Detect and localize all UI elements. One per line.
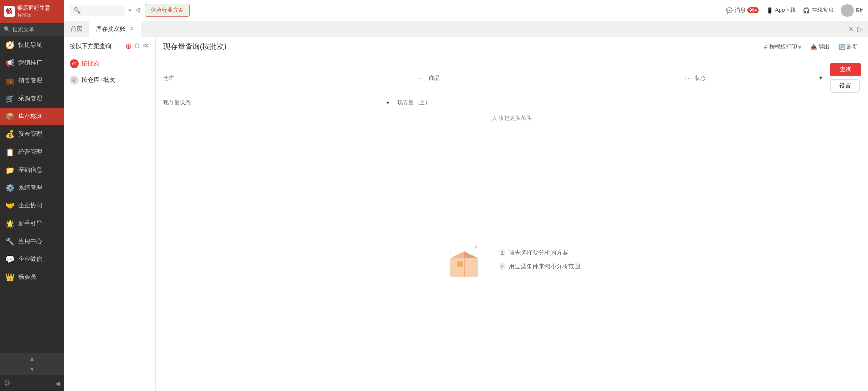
tab-area-expand-icon[interactable]: ▷ (857, 25, 863, 33)
left-panel: 按以下方案查询 ⊕ ⊙ ≪ ⊙ 按批次 ⊙ 按仓库+批次 (64, 37, 156, 391)
sidebar-scroll-down[interactable]: ▼ (0, 364, 64, 375)
empty-hint-2: 用过滤条件来缩小分析范围 (509, 261, 580, 272)
nav-label-appstore: 应用中心 (18, 237, 42, 245)
filter-area: 仓库 ··· 商品 ··· 状态 (156, 57, 868, 130)
messages-btn[interactable]: 💬 消息 99+ (726, 6, 759, 14)
inventory-qty-min[interactable] (433, 98, 470, 108)
export-btn[interactable]: 📤 导出 (808, 42, 832, 52)
tab-close-area: ✕ ▷ (842, 25, 868, 33)
page-header: 现存量查询(按批次) 🖨 按模板打印 ▾ 📤 导出 🔄 刷新 (156, 37, 868, 57)
inventory-status-select[interactable]: ▾ (193, 98, 392, 108)
left-panel-title: 按以下方案查询 (70, 42, 111, 50)
left-panel-actions: ⊕ ⊙ ≪ (126, 42, 150, 50)
right-content: 现存量查询(按批次) 🖨 按模板打印 ▾ 📤 导出 🔄 刷新 (156, 37, 868, 391)
app-download-btn[interactable]: 📱 App下载 (766, 6, 796, 14)
sidebar-footer: ⚙ ◀ (0, 375, 64, 391)
online-service-btn[interactable]: 🎧 在线客服 (803, 6, 834, 14)
warehouse-input[interactable] (177, 73, 416, 83)
tab-home-label: 首页 (71, 25, 82, 32)
warehouse-filter: 仓库 ··· (163, 73, 423, 83)
sidebar-item-basic[interactable]: 📁 基础信息 (0, 161, 64, 179)
topbar-settings-icon[interactable]: ⚙ (135, 6, 141, 15)
plan-settings-icon[interactable]: ⊙ (134, 42, 140, 50)
step-1-num: 1 (499, 249, 506, 256)
empty-hint-1: 请先选择要分析的方案 (509, 247, 568, 259)
collapse-panel-icon[interactable]: ≪ (143, 42, 150, 50)
product-input[interactable] (443, 73, 681, 83)
refresh-icon: 🔄 (839, 44, 846, 50)
collapse-up-icon: ⋀ (492, 115, 497, 122)
nav-label-newbie: 新手引导 (18, 219, 42, 228)
sidebar-item-ops[interactable]: 📋 经营管理 (0, 143, 64, 161)
sidebar-item-newbie[interactable]: 🌟 新手引导 (0, 215, 64, 233)
sidebar-item-marketing[interactable]: 📢 营销推广 (0, 54, 64, 72)
product-label: 商品 (429, 74, 440, 82)
nav-icon-newbie: 🌟 (5, 219, 15, 228)
nav-icon-purchase: 🛒 (5, 94, 15, 103)
inventory-qty-max[interactable] (481, 98, 518, 108)
sidebar-item-appstore[interactable]: 🔧 应用中心 (0, 233, 64, 250)
inventory-status-label: 现存量状态 (163, 99, 191, 107)
plan-item-by-batch[interactable]: ⊙ 按批次 (64, 55, 155, 72)
tab-home[interactable]: 首页 (64, 21, 89, 37)
status-select[interactable]: ▾ (709, 73, 825, 83)
message-icon: 💬 (726, 7, 733, 14)
sidebar-scroll-up[interactable]: ▲ (0, 353, 64, 364)
nav-label-purchase: 采购管理 (18, 94, 42, 103)
sidebar-item-inventory[interactable]: 📦 库存核算 (0, 108, 64, 125)
nav-icon-quick-nav: 🧭 (5, 41, 15, 49)
user-name: Rit (856, 7, 863, 14)
warehouse-label: 仓库 (163, 74, 174, 82)
plan-item-by-warehouse-batch[interactable]: ⊙ 按仓库+批次 (64, 72, 155, 88)
sidebar-nav: 🧭 快捷导航 📢 营销推广 💼 销售管理 🛒 采购管理 📦 库存核算 💰 资金管… (0, 36, 64, 353)
nav-icon-corp: 🤝 (5, 201, 15, 210)
sidebar-item-finance[interactable]: 💰 资金管理 (0, 125, 64, 143)
plan-label-by-warehouse-batch: 按仓库+批次 (82, 76, 115, 84)
nav-label-inventory: 库存核算 (18, 112, 42, 120)
status-dropdown-icon: ▾ (819, 75, 822, 81)
print-btn[interactable]: 🖨 按模板打印 ▾ (760, 42, 804, 52)
sidebar-item-corp[interactable]: 🤝 企业协同 (0, 197, 64, 215)
sidebar-search[interactable]: 🔍 搜索菜单 (0, 23, 64, 36)
sidebar-item-member[interactable]: 👑 畅会员 (0, 268, 64, 286)
topbar-search-icon: 🔍 (73, 7, 81, 14)
sidebar-item-wechat[interactable]: 💬 企业微信 (0, 250, 64, 268)
empty-state: ✦ ✦ 1 请先选择要分析的方案 2 用过滤条件来缩小分析范围 (156, 130, 868, 391)
inventory-status-filter: 现存量状态 ▾ (163, 98, 392, 108)
nav-icon-marketing: 📢 (5, 59, 15, 67)
nav-label-wechat: 企业微信 (18, 255, 42, 263)
sidebar-item-quick-nav[interactable]: 🧭 快捷导航 (0, 36, 64, 54)
tab-area-close-icon[interactable]: ✕ (848, 25, 854, 33)
product-dots[interactable]: ··· (684, 75, 689, 81)
topbar-dropdown-icon[interactable]: ▾ (128, 7, 132, 14)
header-actions: 🖨 按模板打印 ▾ 📤 导出 🔄 刷新 (760, 42, 861, 52)
inventory-qty-label: 现存量（主） (397, 99, 430, 107)
settings-icon[interactable]: ⚙ (4, 379, 10, 387)
topbar: 🔍 ▾ ⚙ 体验行业方案 💬 消息 99+ 📱 App下载 🎧 在线客服 (64, 0, 868, 21)
refresh-btn[interactable]: 🔄 刷新 (836, 42, 861, 52)
tab-batch-inventory[interactable]: 库存批次账 ✕ (89, 21, 141, 37)
print-label: 按模板打印 (769, 43, 797, 51)
svg-rect-5 (457, 261, 463, 267)
topbar-search-box[interactable]: 🔍 (70, 5, 125, 16)
sidebar-item-purchase[interactable]: 🛒 采购管理 (0, 90, 64, 108)
print-dropdown-icon[interactable]: ▾ (798, 44, 801, 50)
warehouse-dots[interactable]: ··· (418, 75, 423, 81)
empty-icon: ✦ ✦ (444, 238, 489, 283)
action-buttons: 查询 设置 (830, 63, 861, 93)
plan-icon-by-batch: ⊙ (70, 59, 79, 68)
add-plan-icon[interactable]: ⊕ (126, 42, 132, 50)
collapse-sidebar-icon[interactable]: ◀ (55, 380, 60, 387)
nav-icon-inventory: 📦 (5, 112, 15, 121)
sidebar-item-sales[interactable]: 💼 销售管理 (0, 72, 64, 90)
sidebar-item-system[interactable]: ⚙️ 系统管理 (0, 179, 64, 197)
user-profile-btn[interactable]: Rit (841, 4, 863, 17)
phone-icon: 📱 (766, 7, 773, 14)
trial-btn[interactable]: 体验行业方案 (145, 4, 190, 17)
settings-button[interactable]: 设置 (830, 79, 860, 93)
collapse-more-btn[interactable]: ⋀ 收起更多条件 (163, 113, 861, 124)
tab-close-icon[interactable]: ✕ (129, 25, 134, 32)
query-button[interactable]: 查询 (830, 63, 861, 76)
nav-label-quick-nav: 快捷导航 (18, 41, 42, 49)
sidebar-header: 畅 畅康通好生意 标准版 (0, 0, 64, 23)
